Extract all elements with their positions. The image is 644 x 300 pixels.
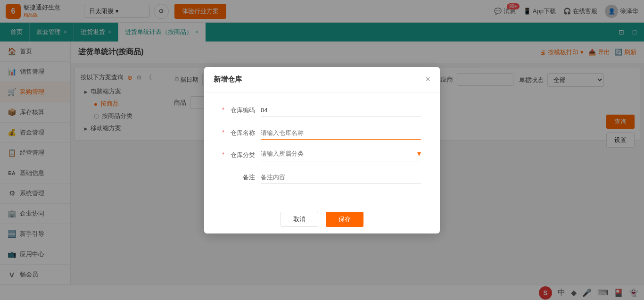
save-button[interactable]: 保存 xyxy=(326,212,363,227)
dialog-header: 新增仓库 × xyxy=(204,67,440,92)
cancel-button[interactable]: 取消 xyxy=(281,212,318,227)
warehouse-code-input[interactable] xyxy=(261,104,421,117)
form-row-notes: 备注 xyxy=(223,171,421,184)
dialog-footer: 取消 保存 xyxy=(204,205,440,233)
modal-overlay[interactable]: 新增仓库 × 仓库编码 仓库名称 仓库分类 ▾ xyxy=(0,0,644,300)
new-warehouse-dialog: 新增仓库 × 仓库编码 仓库名称 仓库分类 ▾ xyxy=(204,67,440,233)
dialog-body: 仓库编码 仓库名称 仓库分类 ▾ 备注 xyxy=(204,92,440,205)
name-label: 仓库名称 xyxy=(223,129,261,137)
category-dropdown-icon[interactable]: ▾ xyxy=(417,149,421,158)
category-select-wrap: ▾ xyxy=(261,149,421,161)
category-input[interactable] xyxy=(261,150,417,157)
form-row-code: 仓库编码 xyxy=(223,104,421,117)
form-row-name: 仓库名称 xyxy=(223,126,421,140)
notes-input[interactable] xyxy=(261,171,421,184)
form-row-category: 仓库分类 ▾ xyxy=(223,149,421,161)
dialog-title: 新增仓库 xyxy=(214,75,242,84)
code-label: 仓库编码 xyxy=(223,106,261,115)
warehouse-name-input[interactable] xyxy=(261,126,421,140)
category-label: 仓库分类 xyxy=(223,151,261,159)
dialog-close-button[interactable]: × xyxy=(425,75,430,84)
notes-label: 备注 xyxy=(223,173,261,182)
